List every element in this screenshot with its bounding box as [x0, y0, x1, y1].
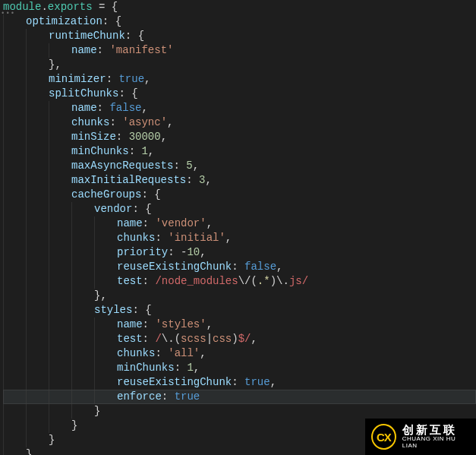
- code-line[interactable]: splitChunks: {: [3, 87, 476, 101]
- code-line[interactable]: module.exports = {: [3, 0, 476, 14]
- token-pun: ,: [148, 145, 154, 157]
- token-reg: $/: [238, 333, 251, 345]
- token-reg-cls: css: [213, 333, 232, 345]
- token-pun: :: [106, 73, 119, 85]
- code-line[interactable]: minimizer: true,: [3, 72, 476, 87]
- token-bool: true: [175, 390, 200, 403]
- token-prop: maxInitialRequests: [71, 174, 186, 186]
- token-prop: chunks: [71, 116, 109, 128]
- token-pun: ,: [276, 261, 282, 273]
- code-line[interactable]: name: 'vendor',: [3, 216, 476, 231]
- token-pun: :: [143, 333, 156, 345]
- code-line[interactable]: name: false,: [3, 101, 476, 115]
- code-line[interactable]: chunks: 'all',: [3, 346, 476, 361]
- code-line[interactable]: cacheGroups: {: [3, 188, 476, 202]
- code-line[interactable]: chunks: 'initial',: [3, 231, 476, 245]
- token-pun: },: [94, 289, 107, 302]
- token-pun: ,: [144, 73, 150, 85]
- code-editor[interactable]: module.exports = {optimization: {runtime…: [0, 0, 476, 455]
- token-reg-cls: scss: [181, 333, 206, 345]
- code-line[interactable]: runtimeChunk: {: [3, 29, 476, 43]
- token-pun: :: [232, 261, 244, 273]
- token-prop: styles: [94, 304, 132, 316]
- code-line[interactable]: priority: -10,: [3, 245, 476, 260]
- token-prop: splitChunks: [49, 87, 118, 100]
- token-pun: :: [173, 160, 186, 172]
- token-pun: ,: [206, 217, 213, 229]
- token-pun: ,: [193, 160, 199, 172]
- token-pun: :: [97, 102, 110, 114]
- code-line[interactable]: minChunks: 1,: [3, 361, 476, 375]
- code-line[interactable]: }: [3, 404, 476, 419]
- code-line[interactable]: name: 'styles',: [3, 318, 476, 332]
- token-pun: ,: [206, 318, 213, 330]
- watermark-badge: CX 创新互联 CHUANG XIN HU LIAN: [365, 419, 476, 455]
- token-pun: :: [143, 318, 156, 330]
- code-line[interactable]: minChunks: 1,: [3, 144, 476, 159]
- token-str: 'manifest': [109, 44, 173, 56]
- token-prop: name: [71, 44, 97, 56]
- code-line[interactable]: },: [3, 289, 476, 303]
- code-line[interactable]: styles: {: [3, 303, 476, 318]
- token-pun: }: [71, 419, 77, 431]
- code-line[interactable]: test: /\.(scss|css)$/,: [3, 332, 476, 346]
- code-line[interactable]: reuseExistingChunk: false,: [3, 260, 476, 274]
- token-prop: minChunks: [117, 362, 175, 374]
- token-pun: |: [206, 333, 213, 345]
- token-pun: ): [232, 333, 238, 345]
- watermark-en-text: CHUANG XIN HU LIAN: [402, 436, 470, 450]
- code-line[interactable]: reuseExistingChunk: true,: [3, 375, 476, 390]
- token-prop: minSize: [71, 131, 116, 143]
- code-line[interactable]: maxAsyncRequests: 5,: [3, 159, 476, 173]
- code-line[interactable]: optimization: {: [3, 14, 476, 29]
- token-reg: /node_modules: [155, 275, 238, 287]
- token-pun: = {: [93, 1, 118, 13]
- token-str: 'styles': [155, 318, 206, 330]
- token-kw: module: [3, 1, 41, 13]
- token-pun: )\.: [270, 275, 289, 287]
- token-prop: chunks: [117, 232, 155, 244]
- token-pun: :: [155, 232, 168, 244]
- token-prop: name: [117, 318, 143, 330]
- token-pun: :: [109, 116, 122, 128]
- token-num: 1: [187, 362, 193, 374]
- token-pun: }: [49, 434, 55, 446]
- token-pun: : -: [168, 246, 187, 258]
- token-str: 'vendor': [155, 217, 206, 229]
- token-pun: :: [97, 44, 110, 56]
- token-pun: :: [143, 275, 156, 287]
- code-line[interactable]: enforce: true: [3, 390, 476, 404]
- code-line[interactable]: vendor: {: [3, 202, 476, 216]
- token-bool: true: [118, 73, 144, 85]
- token-pun: : {: [141, 188, 160, 201]
- token-pun: : {: [102, 15, 121, 27]
- token-prop: minimizer: [49, 73, 106, 85]
- token-num: 1: [141, 145, 147, 157]
- token-pun: ,: [270, 376, 276, 388]
- token-pun: : {: [125, 30, 144, 42]
- code-line[interactable]: },: [3, 58, 476, 72]
- token-pun: ,: [205, 174, 211, 186]
- token-num: 10: [187, 246, 200, 258]
- token-bool: true: [244, 376, 270, 388]
- token-prop: optimization: [26, 15, 102, 27]
- token-pun: ,: [167, 116, 173, 128]
- code-line[interactable]: maxInitialRequests: 3,: [3, 173, 476, 188]
- token-prop: runtimeChunk: [49, 30, 125, 42]
- token-pun: : {: [118, 87, 137, 100]
- token-prop: priority: [117, 246, 168, 258]
- token-pun: },: [49, 58, 61, 71]
- code-line[interactable]: chunks: 'async',: [3, 115, 476, 130]
- token-pun: ,: [225, 232, 232, 244]
- code-line[interactable]: minSize: 30000,: [3, 130, 476, 144]
- token-pun: \/(: [238, 275, 257, 287]
- token-str: 'initial': [168, 232, 225, 244]
- token-prop: chunks: [117, 347, 155, 359]
- token-str: 'all': [168, 347, 200, 359]
- token-pun: :: [162, 390, 175, 403]
- code-line[interactable]: test: /node_modules\/(.*)\.js/: [3, 274, 476, 289]
- code-line[interactable]: name: 'manifest': [3, 43, 476, 58]
- token-pun: : {: [132, 203, 151, 215]
- token-prop: cacheGroups: [71, 188, 141, 201]
- token-prop: test: [117, 275, 143, 287]
